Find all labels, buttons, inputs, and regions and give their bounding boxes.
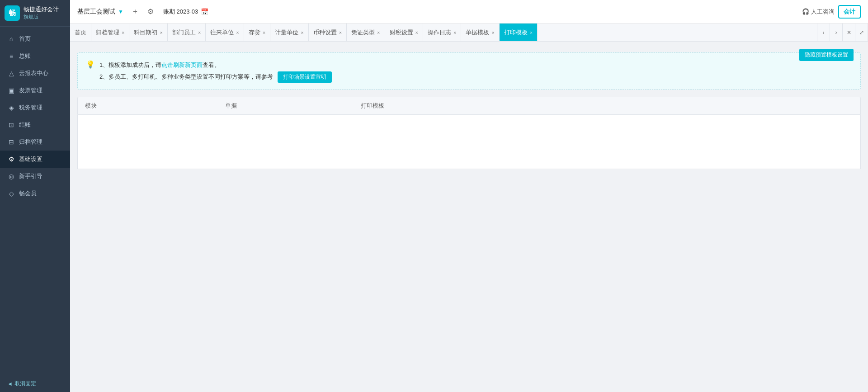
tab-label-op_log: 操作日志 [428, 28, 451, 37]
help-button[interactable]: 🎧 人工咨询 [802, 8, 835, 16]
close-label: 结账 [19, 121, 31, 129]
sidebar-item-ledger[interactable]: ≡ 总账 [0, 47, 70, 65]
invoice-icon: ▣ [7, 86, 15, 94]
tab-close-op_log[interactable]: × [453, 30, 456, 35]
tab-subject[interactable]: 科目期初× [129, 24, 167, 42]
tab-label-unit: 计量单位 [275, 28, 298, 37]
tab-label-subject: 科目期初 [134, 28, 157, 37]
reports-icon: △ [7, 69, 15, 77]
tab-close-print_template[interactable]: × [530, 30, 533, 35]
col-header-document: 单据 [225, 102, 361, 110]
content-area: 隐藏预置模板设置 💡 1、模板添加成功后，请点击刷新新页面查看。 2、多员工、多… [70, 42, 868, 392]
tab-scroll-left[interactable]: ‹ [817, 24, 830, 42]
tab-close-all[interactable]: ✕ [843, 24, 855, 42]
tab-bar: 首页归档管理×科目期初×部门员工×往来单位×存货×计量单位×币种设置×凭证类型×… [70, 24, 868, 42]
period-label: 账期 2023-03 📅 [163, 8, 208, 16]
notice-line1: 1、模板添加成功后，请点击刷新新页面查看。 [99, 59, 332, 71]
tab-close-unit[interactable]: × [301, 30, 303, 35]
tab-partner[interactable]: 往来单位× [206, 24, 244, 42]
logo-text: 畅捷通好会计 旗舰版 [24, 6, 59, 20]
sidebar-item-member[interactable]: ◇ 畅会员 [0, 185, 70, 202]
notice-box: 💡 1、模板添加成功后，请点击刷新新页面查看。 2、多员工、多打印机、多种业务类… [77, 52, 861, 90]
ledger-icon: ≡ [7, 52, 15, 60]
add-tab-button[interactable]: ＋ [129, 5, 142, 18]
tab-close-dept[interactable]: × [198, 30, 201, 35]
invoice-label: 发票管理 [19, 86, 42, 94]
sidebar-footer[interactable]: ◄ 取消固定 [0, 375, 70, 392]
unpin-label: 取消固定 [14, 380, 36, 387]
logo-area: 畅 畅捷通好会计 旗舰版 [0, 0, 70, 27]
sidebar-item-home[interactable]: ⌂ 首页 [0, 30, 70, 47]
tab-op_log[interactable]: 操作日志× [423, 24, 461, 42]
tab-currency[interactable]: 币种设置× [309, 24, 347, 42]
sidebar-nav: ⌂ 首页 ≡ 总账 △ 云报表中心 ▣ 发票管理 ◈ 税务管理 ⊡ 结账 ⊟ 归… [0, 27, 70, 375]
tab-tax_settings[interactable]: 财税设置× [385, 24, 423, 42]
col-header-module: 模块 [85, 102, 225, 110]
tab-expand[interactable]: ⤢ [855, 24, 868, 42]
archive-label: 归档管理 [19, 138, 42, 146]
period-value: 2023-03 [177, 8, 198, 15]
tab-single_template[interactable]: 单据模板× [461, 24, 499, 42]
help-label: 人工咨询 [811, 8, 835, 16]
tab-archive[interactable]: 归档管理× [91, 24, 129, 42]
sidebar-item-settings[interactable]: ⚙ 基础设置 [0, 151, 70, 168]
tab-label-tax_settings: 财税设置 [390, 28, 413, 37]
tab-voucher_type[interactable]: 凭证类型× [347, 24, 385, 42]
notice-line2-prefix: 2、多员工、多打印机、多种业务类型设置不同打印方案等，请参考 [99, 73, 273, 80]
notice-content: 1、模板添加成功后，请点击刷新新页面查看。 2、多员工、多打印机、多种业务类型设… [99, 59, 332, 83]
tab-close-single_template[interactable]: × [491, 30, 494, 35]
reports-label: 云报表中心 [19, 69, 48, 77]
calendar-icon[interactable]: 📅 [201, 8, 208, 15]
tab-stock[interactable]: 存货× [244, 24, 270, 42]
tab-print_template[interactable]: 打印模板× [500, 24, 538, 42]
tax-icon: ◈ [7, 104, 15, 112]
guide-label: 新手引导 [19, 172, 42, 180]
sidebar-item-reports[interactable]: △ 云报表中心 [0, 65, 70, 82]
sidebar-item-tax[interactable]: ◈ 税务管理 [0, 99, 70, 116]
table-header-row: 模块 单据 打印模板 [77, 97, 861, 115]
tab-dept[interactable]: 部门员工× [168, 24, 206, 42]
tab-close-partner[interactable]: × [236, 30, 239, 35]
tab-close-voucher_type[interactable]: × [377, 30, 380, 35]
period-text-label: 账期 [163, 8, 175, 16]
main-area: 基层工会测试 ▼ ＋ ⚙ 账期 2023-03 📅 🎧 人工咨询 会计 首页归档… [70, 0, 868, 392]
project-dropdown-arrow: ▼ [118, 9, 123, 15]
tab-nav-buttons: ‹ › ✕ ⤢ [817, 24, 868, 42]
member-icon: ◇ [7, 189, 15, 198]
tab-label-archive: 归档管理 [96, 28, 119, 37]
tab-scroll-right[interactable]: › [830, 24, 843, 42]
print-template-table: 模块 单据 打印模板 [77, 97, 861, 169]
tax-label: 税务管理 [19, 104, 42, 112]
tab-label-stock: 存货 [249, 28, 260, 37]
logo-name: 畅捷通好会计 [24, 6, 59, 14]
bulb-icon: 💡 [86, 60, 95, 69]
hide-template-button[interactable]: 隐藏预置模板设置 [799, 49, 854, 61]
member-label: 畅会员 [19, 189, 37, 198]
settings-label: 基础设置 [19, 155, 42, 163]
settings-button[interactable]: ⚙ [144, 5, 157, 18]
tab-unit[interactable]: 计量单位× [270, 24, 308, 42]
home-label: 首页 [19, 35, 31, 43]
tab-home[interactable]: 首页 [70, 24, 91, 42]
tab-label-partner: 往来单位 [210, 28, 234, 37]
tab-close-subject[interactable]: × [160, 30, 162, 35]
notice-line2: 2、多员工、多打印机、多种业务类型设置不同打印方案等，请参考 打印场景设置宣明 [99, 71, 332, 83]
accountant-button[interactable]: 会计 [838, 5, 861, 19]
refresh-link[interactable]: 点击刷新新页面 [161, 61, 203, 68]
sidebar-item-invoice[interactable]: ▣ 发票管理 [0, 82, 70, 99]
header-right: 🎧 人工咨询 会计 [802, 5, 861, 19]
unpin-icon: ◄ [7, 381, 13, 387]
logo-sub: 旗舰版 [24, 14, 59, 20]
print-scene-button[interactable]: 打印场景设置宣明 [278, 71, 332, 83]
close-icon: ⊡ [7, 121, 15, 129]
sidebar-item-close[interactable]: ⊡ 结账 [0, 116, 70, 133]
archive-icon: ⊟ [7, 138, 15, 146]
tab-close-archive[interactable]: × [122, 30, 124, 35]
tab-close-tax_settings[interactable]: × [415, 30, 418, 35]
project-selector[interactable]: 基层工会测试 ▼ [77, 8, 123, 16]
sidebar-item-guide[interactable]: ◎ 新手引导 [0, 168, 70, 185]
tab-close-stock[interactable]: × [263, 30, 265, 35]
sidebar-item-archive[interactable]: ⊟ 归档管理 [0, 133, 70, 151]
settings-icon: ⚙ [7, 155, 15, 163]
tab-close-currency[interactable]: × [339, 30, 342, 35]
